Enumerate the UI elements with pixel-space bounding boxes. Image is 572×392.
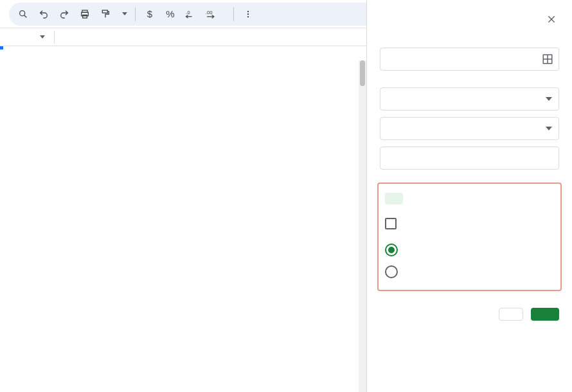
- spreadsheet: [0, 46, 366, 392]
- chevron-down-icon: [122, 12, 127, 15]
- chevron-down-icon: [40, 35, 45, 39]
- more-icon[interactable]: [239, 5, 257, 23]
- currency-icon[interactable]: $: [141, 5, 159, 23]
- advanced-options-button[interactable]: [385, 193, 403, 204]
- svg-rect-5: [102, 10, 107, 13]
- name-box[interactable]: [9, 35, 49, 39]
- selection-outline: [0, 46, 3, 49]
- radio-show-warning[interactable]: [385, 244, 554, 256]
- svg-text:.00: .00: [206, 10, 213, 15]
- increase-decimal-icon[interactable]: .00: [202, 5, 220, 23]
- chevron-down-icon: [546, 97, 552, 101]
- range-input[interactable]: [380, 48, 559, 71]
- undo-icon[interactable]: [35, 5, 53, 23]
- svg-point-10: [247, 10, 249, 12]
- percent-icon[interactable]: %: [161, 5, 179, 23]
- search-icon[interactable]: [14, 5, 32, 23]
- criteria-secondary-select[interactable]: [380, 117, 559, 140]
- svg-point-12: [247, 15, 249, 17]
- separator: [233, 7, 234, 21]
- data-validation-panel: [366, 0, 572, 392]
- grid-select-icon[interactable]: [542, 53, 553, 65]
- radio-reject-input[interactable]: [385, 265, 554, 278]
- panel-header: [367, 0, 572, 36]
- number-format-dropdown[interactable]: [223, 5, 228, 23]
- criteria-section: [367, 76, 572, 175]
- decrease-decimal-icon[interactable]: .0: [182, 5, 200, 23]
- done-button[interactable]: [531, 308, 559, 321]
- svg-line-1: [24, 15, 27, 17]
- radio-icon: [385, 244, 398, 256]
- checkbox-icon: [385, 218, 397, 229]
- radio-icon: [385, 265, 398, 278]
- separator: [135, 7, 136, 21]
- separator: [54, 31, 55, 44]
- scrollbar-thumb[interactable]: [360, 60, 365, 86]
- svg-text:.0: .0: [186, 10, 190, 15]
- advanced-options-box: [377, 183, 562, 291]
- close-icon[interactable]: [544, 12, 559, 27]
- help-text-checkbox-row[interactable]: [385, 218, 554, 229]
- scrollbar-vertical[interactable]: [359, 60, 366, 392]
- redo-icon[interactable]: [55, 5, 73, 23]
- remove-rule-button[interactable]: [499, 308, 523, 321]
- svg-point-11: [247, 13, 249, 14]
- chevron-down-icon: [546, 127, 552, 130]
- paint-format-icon[interactable]: [96, 5, 114, 23]
- criteria-primary-select[interactable]: [380, 87, 559, 111]
- criteria-date-input[interactable]: [380, 147, 559, 170]
- apply-range-section: [367, 36, 572, 76]
- selection-handle[interactable]: [0, 46, 4, 50]
- svg-point-0: [20, 10, 25, 15]
- print-icon[interactable]: [76, 5, 94, 23]
- zoom-dropdown[interactable]: [117, 12, 130, 15]
- panel-footer: [367, 299, 572, 330]
